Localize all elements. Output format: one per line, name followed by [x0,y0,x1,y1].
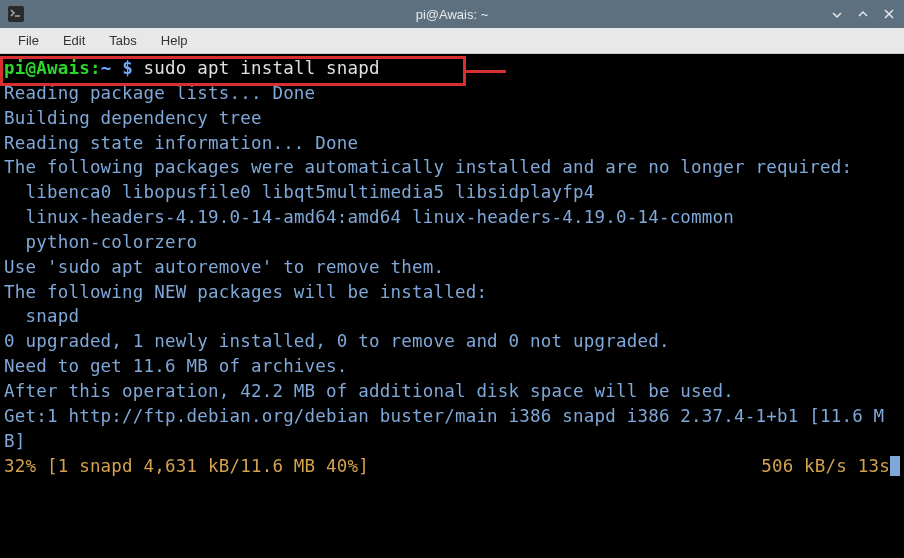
maximize-button[interactable] [856,7,870,21]
menu-edit[interactable]: Edit [53,29,95,52]
menu-help[interactable]: Help [151,29,198,52]
output-line: Use 'sudo apt autoremove' to remove them… [4,257,444,277]
output-line: linux-headers-4.19.0-14-amd64:amd64 linu… [4,207,734,227]
output-line: Reading state information... Done [4,133,358,153]
progress-left: 32% [1 snapd 4,631 kB/11.6 MB 40%] [4,454,369,479]
output-line: snapd [4,306,79,326]
output-line: After this operation, 42.2 MB of additio… [4,381,734,401]
output-line: The following NEW packages will be insta… [4,282,487,302]
output-line: python-colorzero [4,232,197,252]
prompt-path: ~ [101,58,112,78]
shell-prompt: pi@Awais:~ $ [4,58,144,78]
titlebar-left [8,6,24,22]
prompt-dollar: $ [111,58,143,78]
terminal-cursor [890,456,900,476]
output-line: libenca0 libopusfile0 libqt5multimedia5 … [4,182,595,202]
window-controls [830,7,896,21]
titlebar: pi@Awais: ~ [0,0,904,28]
svg-rect-0 [8,6,24,22]
output-line: Building dependency tree [4,108,262,128]
terminal-icon [8,6,24,22]
command-text: sudo apt install snapd [144,58,380,78]
close-button[interactable] [882,7,896,21]
output-line: 0 upgraded, 1 newly installed, 0 to remo… [4,331,670,351]
menubar: File Edit Tabs Help [0,28,904,54]
progress-line: 32% [1 snapd 4,631 kB/11.6 MB 40%] 506 k… [4,454,900,479]
progress-right: 506 kB/s 13s [761,456,890,476]
terminal-content: pi@Awais:~ $ sudo apt install snapd Read… [4,56,900,454]
prompt-colon: : [90,58,101,78]
output-line: Need to get 11.6 MB of archives. [4,356,348,376]
menu-file[interactable]: File [8,29,49,52]
window-title: pi@Awais: ~ [416,7,489,22]
output-line: Reading package lists... Done [4,83,315,103]
prompt-user-host: pi@Awais [4,58,90,78]
output-line: The following packages were automaticall… [4,157,852,177]
minimize-button[interactable] [830,7,844,21]
menu-tabs[interactable]: Tabs [99,29,146,52]
terminal-area[interactable]: pi@Awais:~ $ sudo apt install snapd Read… [0,54,904,558]
output-line: Get:1 http://ftp.debian.org/debian buste… [4,406,884,451]
progress-right-wrap: 506 kB/s 13s [761,454,900,479]
